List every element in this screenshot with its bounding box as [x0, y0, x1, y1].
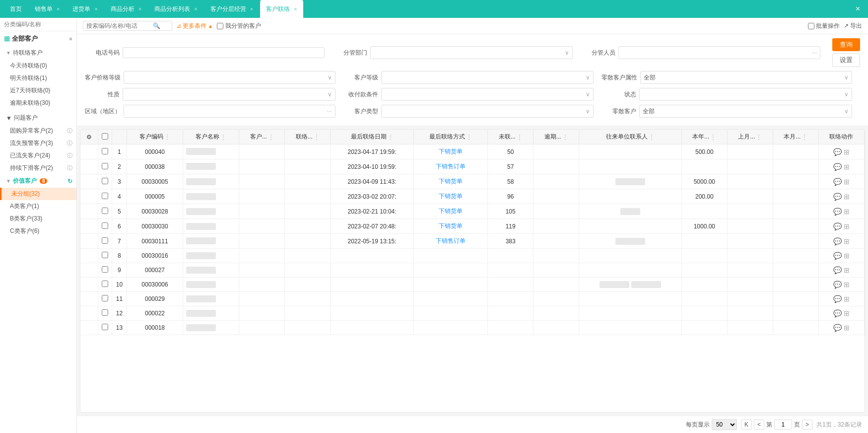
- contact-method-link[interactable]: 下销货单: [439, 208, 463, 215]
- chat-icon[interactable]: 💬: [833, 281, 842, 289]
- nav-product-analysis-list[interactable]: 商品分析列表 ×: [148, 0, 203, 18]
- sidebar-item-churn-warning[interactable]: 流失预警客户(3) ⓘ: [0, 137, 76, 149]
- grid-action-icon[interactable]: ⊞: [844, 252, 850, 260]
- problem-group-header[interactable]: ▼ 问题客户: [0, 111, 76, 125]
- grid-action-icon[interactable]: ⊞: [844, 208, 850, 216]
- manager-dots[interactable]: ···: [812, 49, 817, 56]
- sidebar-item-7days[interactable]: 近7天待联络(0): [0, 84, 76, 97]
- row-checkbox[interactable]: [102, 193, 108, 199]
- next-page-button[interactable]: >: [802, 420, 812, 430]
- row-checkbox[interactable]: [102, 295, 108, 301]
- close-ct-tab[interactable]: ×: [250, 6, 253, 12]
- current-page-input[interactable]: [774, 420, 792, 430]
- type-col-header[interactable]: 客户...⋮: [239, 130, 285, 144]
- sidebar-item-ungraded[interactable]: 未分组(32): [0, 188, 76, 200]
- close-all-button[interactable]: ×: [852, 4, 864, 13]
- contact-col-header[interactable]: 联络...⋮: [285, 130, 331, 144]
- grid-action-icon[interactable]: ⊞: [844, 222, 850, 230]
- batch-ops-label[interactable]: 批量操作: [808, 22, 840, 30]
- filter-search-icon[interactable]: 🔍: [153, 22, 160, 29]
- nav-product-analysis[interactable]: 商品分析 ×: [105, 0, 147, 18]
- no-contact-col-header[interactable]: 未联...⋮: [488, 130, 534, 144]
- chat-icon[interactable]: 💬: [833, 266, 842, 274]
- nav-purchase[interactable]: 进货单 ×: [67, 0, 103, 18]
- close-pa-tab[interactable]: ×: [138, 6, 141, 12]
- row-checkbox[interactable]: [102, 252, 108, 258]
- refresh-icon[interactable]: ↻: [67, 178, 72, 185]
- close-pal-tab[interactable]: ×: [194, 6, 197, 12]
- nature-select[interactable]: ∨: [123, 88, 335, 101]
- overdue-col-header[interactable]: 逾期...⋮: [534, 130, 579, 144]
- sidebar-item-declining[interactable]: 持续下滑客户(2) ⓘ: [0, 162, 76, 174]
- dept-select[interactable]: ∨: [370, 46, 572, 59]
- chat-icon[interactable]: 💬: [833, 193, 842, 201]
- status-select[interactable]: ∨: [639, 88, 852, 101]
- value-group-header[interactable]: ▼ 价值客户 8 ↻: [0, 174, 76, 188]
- export-button[interactable]: ↗ 导出: [844, 22, 862, 30]
- row-checkbox[interactable]: [102, 324, 108, 330]
- scatter-attr-select[interactable]: 全部 ∨: [640, 71, 852, 84]
- customer-level-select[interactable]: ∨: [381, 71, 594, 84]
- last-month-col-header[interactable]: 上月...⋮: [727, 130, 773, 144]
- payment-select[interactable]: ∨: [381, 88, 594, 101]
- row-checkbox[interactable]: [102, 178, 108, 184]
- row-checkbox[interactable]: [102, 163, 108, 169]
- grid-action-icon[interactable]: ⊞: [844, 148, 850, 156]
- contact-method-link[interactable]: 下销货单: [439, 222, 463, 229]
- reset-button[interactable]: 设置: [832, 53, 860, 67]
- manager-select[interactable]: ···: [618, 46, 820, 59]
- nav-customer-tier[interactable]: 客户分层经营 ×: [204, 0, 259, 18]
- row-checkbox[interactable]: [102, 208, 108, 214]
- sidebar-item-class-a[interactable]: A类客户(1): [0, 200, 76, 213]
- price-level-select[interactable]: ∨: [124, 71, 335, 84]
- all-customers-header[interactable]: ⊞ 全部客户 «: [0, 31, 76, 46]
- name-col-header[interactable]: 客户名称⋮: [183, 130, 239, 144]
- grid-action-icon[interactable]: ⊞: [844, 163, 850, 171]
- this-year-col-header[interactable]: 本年...⋮: [681, 130, 727, 144]
- pending-group-header[interactable]: ▼ 待联络客户: [0, 46, 76, 60]
- prev-page-button[interactable]: <: [754, 420, 764, 430]
- contact-person-col-header[interactable]: 往来单位联系人⋮: [579, 130, 682, 144]
- my-customers-checkbox[interactable]: 我分管的客户: [217, 22, 261, 30]
- customer-type-select[interactable]: ∨: [381, 105, 594, 118]
- filter-search-input[interactable]: [86, 22, 151, 29]
- chat-icon[interactable]: 💬: [833, 324, 842, 332]
- chat-icon[interactable]: 💬: [833, 222, 842, 230]
- sidebar-item-class-b[interactable]: B类客户(33): [0, 213, 76, 225]
- chat-icon[interactable]: 💬: [833, 163, 842, 171]
- chat-icon[interactable]: 💬: [833, 252, 842, 260]
- query-button[interactable]: 查询: [832, 38, 860, 51]
- sidebar-search-input[interactable]: [4, 21, 77, 28]
- grid-action-icon[interactable]: ⊞: [844, 324, 850, 332]
- chat-icon[interactable]: 💬: [833, 237, 842, 245]
- close-cc-tab[interactable]: ×: [294, 6, 297, 12]
- collapse-icon[interactable]: «: [69, 35, 72, 42]
- sidebar-item-abnormal[interactable]: 固购异常客户(2) ⓘ: [0, 125, 76, 137]
- chat-icon[interactable]: 💬: [833, 178, 842, 186]
- contact-method-link[interactable]: 下销货单: [439, 178, 463, 185]
- last-contact-date-col-header[interactable]: 最后联络日期⋮: [331, 130, 414, 144]
- chat-icon[interactable]: 💬: [833, 295, 842, 303]
- sidebar-item-today[interactable]: 今天待联络(0): [0, 60, 76, 72]
- sidebar-item-overdue[interactable]: 逾期未联络(30): [0, 97, 76, 109]
- nav-sales[interactable]: 销售单 ×: [29, 0, 66, 18]
- code-col-header[interactable]: 客户编码⋮: [127, 130, 183, 144]
- grid-action-icon[interactable]: ⊞: [844, 178, 850, 186]
- more-conditions-btn[interactable]: ⊿ 更多条件 ▲: [176, 22, 213, 30]
- grid-action-icon[interactable]: ⊞: [844, 295, 850, 303]
- region-dots[interactable]: ···: [327, 108, 332, 115]
- row-checkbox[interactable]: [102, 266, 108, 273]
- row-checkbox[interactable]: [102, 281, 108, 287]
- contact-method-link[interactable]: 下销售订单: [436, 237, 466, 244]
- chat-icon[interactable]: 💬: [833, 148, 842, 156]
- sidebar-item-churned[interactable]: 已流失客户(24) ⓘ: [0, 149, 76, 162]
- region-select[interactable]: ···: [124, 105, 335, 118]
- grid-action-icon[interactable]: ⊞: [844, 237, 850, 245]
- close-sales-tab[interactable]: ×: [57, 6, 60, 12]
- row-checkbox[interactable]: [102, 222, 108, 229]
- nav-customer-contact[interactable]: 客户联络 ×: [260, 0, 303, 18]
- scatter-customer-select[interactable]: 全部 ∨: [639, 105, 852, 118]
- row-checkbox[interactable]: [102, 309, 108, 316]
- chat-icon[interactable]: 💬: [833, 208, 842, 216]
- select-all-checkbox[interactable]: [102, 133, 108, 140]
